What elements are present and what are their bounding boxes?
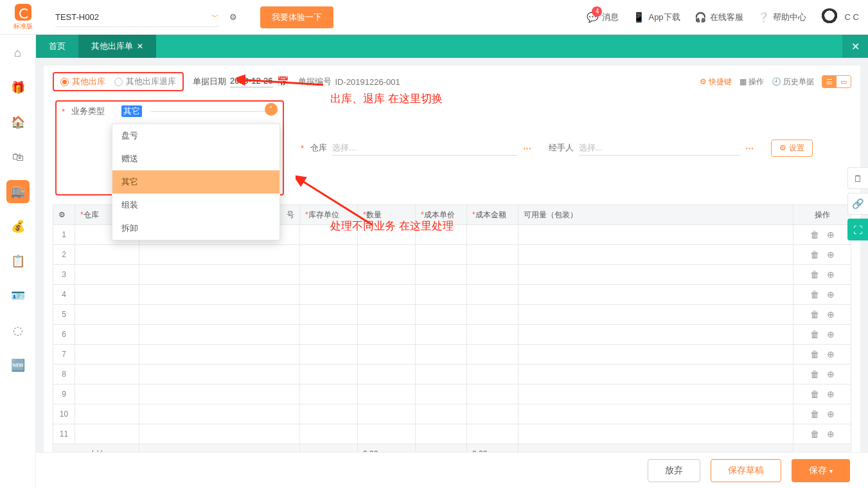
user-area[interactable]: C C: [820, 8, 859, 26]
tenant-select[interactable]: TEST-H002 ﹀: [55, 8, 219, 27]
help-label: 帮助中心: [773, 12, 806, 23]
trial-button[interactable]: 我要体验一下: [260, 6, 333, 28]
brand: 标准版: [9, 4, 37, 31]
message-badge: 4: [592, 6, 602, 17]
messages-link[interactable]: 💬 消息 4: [587, 12, 619, 23]
phone-icon: 📱: [633, 12, 645, 23]
app-label: App下载: [648, 12, 680, 23]
help-icon: ❔: [757, 12, 770, 23]
user-name: C C: [845, 12, 859, 22]
app-download-link[interactable]: 📱 App下载: [633, 12, 680, 23]
tenant-name: TEST-H002: [55, 12, 99, 22]
online-service-link[interactable]: 🎧 在线客服: [695, 12, 743, 23]
settings-gear-button[interactable]: ⚙: [226, 12, 241, 22]
brand-sub: 标准版: [13, 22, 33, 31]
messages-label: 消息: [602, 12, 619, 23]
service-label: 在线客服: [710, 12, 743, 23]
top-header: 标准版 TEST-H002 ﹀ ⚙ 我要体验一下 💬 消息 4 📱 App下载 …: [0, 0, 868, 35]
chevron-down-icon: ﹀: [211, 12, 219, 23]
avatar: [820, 8, 838, 26]
header-right: 💬 消息 4 📱 App下载 🎧 在线客服 ❔ 帮助中心 C C: [587, 8, 859, 26]
headset-icon: 🎧: [695, 12, 707, 23]
brand-logo-icon: [15, 4, 31, 21]
help-center-link[interactable]: ❔ 帮助中心: [757, 12, 806, 23]
gear-icon: ⚙: [229, 12, 237, 22]
